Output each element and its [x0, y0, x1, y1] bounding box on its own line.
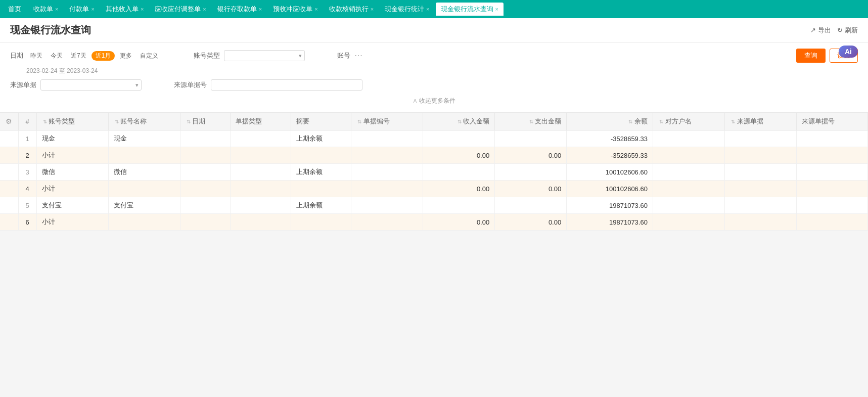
refresh-button[interactable]: ↻ 刷新	[837, 26, 858, 35]
th-summary[interactable]: 摘要	[291, 113, 351, 130]
table-row: 3微信微信上期余额100102606.60	[0, 164, 868, 181]
th-source-doc[interactable]: ⇅ 来源单据	[724, 113, 796, 130]
date-label: 日期	[10, 51, 23, 60]
th-balance[interactable]: ⇅ 余额	[567, 113, 653, 130]
nav-tab-7[interactable]: 现金银行统计 ×	[380, 3, 434, 16]
nav-home[interactable]: 首页	[2, 3, 27, 16]
sort-icon: ⇅	[731, 119, 735, 124]
td-account-type: 小计	[36, 214, 108, 231]
close-icon[interactable]: ×	[141, 6, 144, 12]
th-source-doc-no[interactable]: 来源单据号	[796, 113, 867, 130]
th-income[interactable]: ⇅ 收入金额	[423, 113, 495, 130]
td-balance: 19871073.60	[567, 197, 653, 214]
td-doc-type	[230, 197, 291, 214]
td-account-name: 支付宝	[108, 197, 180, 214]
td-counterpart	[653, 147, 724, 164]
search-button[interactable]: 查询	[796, 49, 826, 63]
th-account-type[interactable]: ⇅ 账号类型	[36, 113, 108, 130]
th-account-name[interactable]: ⇅ 账号名称	[108, 113, 180, 130]
nav-tab-5[interactable]: 预收冲应收单 ×	[268, 3, 323, 16]
th-date[interactable]: ⇅ 日期	[180, 113, 230, 130]
sort-icon: ⇅	[187, 119, 191, 124]
nav-tab-6[interactable]: 收款核销执行 ×	[324, 3, 379, 16]
close-icon[interactable]: ×	[426, 6, 429, 12]
source-doc-no-input[interactable]	[211, 79, 362, 91]
td-summary	[291, 181, 351, 197]
export-button[interactable]: ↗ 导出	[810, 26, 831, 35]
th-counterpart[interactable]: ⇅ 对方户名	[653, 113, 724, 130]
td-doc-type	[230, 147, 291, 164]
td-account-name	[108, 214, 180, 231]
td-num: 5	[18, 197, 36, 214]
date-btn-today[interactable]: 今天	[48, 51, 66, 61]
th-doc-type[interactable]: 单据类型	[230, 113, 291, 130]
nav-tab-1[interactable]: 付款单 ×	[64, 3, 99, 16]
td-doc-type	[230, 181, 291, 197]
td-source-doc	[724, 164, 796, 181]
nav-tab-2[interactable]: 其他收入单 ×	[101, 3, 149, 16]
close-icon[interactable]: ×	[314, 6, 317, 12]
account-type-filter: 账号类型	[194, 50, 305, 61]
ai-badge[interactable]: Ai	[839, 46, 858, 58]
td-account-name	[108, 147, 180, 164]
account-label: 账号	[337, 51, 350, 60]
source-doc-no-filter: 来源单据号	[174, 79, 362, 91]
source-doc-filter: 来源单据	[10, 79, 142, 91]
td-source-doc-no	[796, 164, 867, 181]
th-settings[interactable]: ⚙	[0, 113, 18, 130]
th-expense[interactable]: ⇅ 支出金额	[495, 113, 567, 130]
nav-tab-8[interactable]: 现金银行流水查询 ×	[436, 3, 504, 16]
td-doc-type	[230, 164, 291, 181]
source-doc-select[interactable]	[40, 79, 142, 91]
source-doc-select-wrapper	[40, 79, 142, 91]
td-doc-no	[351, 164, 423, 181]
sort-icon: ⇅	[43, 119, 47, 124]
td-doc-no	[351, 181, 423, 197]
td-summary	[291, 147, 351, 164]
nav-tab-0[interactable]: 收款单 ×	[28, 3, 63, 16]
account-type-label: 账号类型	[194, 51, 220, 60]
date-btn-7days[interactable]: 近7天	[68, 51, 89, 61]
td-account-name	[108, 181, 180, 197]
filter-row-1: 日期 昨天 今天 近7天 近1月 更多 自定义 账号类型 账号 ···	[10, 49, 858, 63]
filter-row-2: 来源单据 来源单据号	[10, 79, 858, 91]
account-more-btn[interactable]: ···	[354, 51, 362, 60]
date-btn-1month[interactable]: 近1月	[92, 51, 115, 61]
date-btn-custom[interactable]: 自定义	[137, 51, 161, 61]
nav-tab-4[interactable]: 银行存取款单 ×	[212, 3, 267, 16]
gear-icon[interactable]: ⚙	[6, 117, 12, 125]
sort-icon: ⇅	[628, 119, 632, 124]
td-source-doc	[724, 214, 796, 231]
td-num: 4	[18, 181, 36, 197]
collapse-bar[interactable]: ∧ 收起更多条件	[10, 95, 858, 108]
close-icon[interactable]: ×	[203, 6, 206, 12]
close-icon[interactable]: ×	[259, 6, 262, 12]
nav-tab-3[interactable]: 应收应付调整单 ×	[150, 3, 211, 16]
account-type-select[interactable]	[224, 50, 305, 61]
td-balance: 100102606.60	[567, 164, 653, 181]
td-summary: 上期余额	[291, 164, 351, 181]
date-btn-yesterday[interactable]: 昨天	[27, 51, 45, 61]
page-title: 现金银行流水查询	[10, 23, 91, 37]
close-icon[interactable]: ×	[371, 6, 374, 12]
td-doc-no	[351, 197, 423, 214]
td-income	[423, 197, 495, 214]
th-doc-no[interactable]: ⇅ 单据编号	[351, 113, 423, 130]
close-icon[interactable]: ×	[495, 6, 498, 12]
td-source-doc-no	[796, 130, 867, 147]
td-settings	[0, 197, 18, 214]
td-source-doc-no	[796, 181, 867, 197]
td-doc-no	[351, 214, 423, 231]
table-header-row: ⚙ # ⇅ 账号类型 ⇅ 账号名称 ⇅ 日期 单据类型 摘要 ⇅ 单据编号	[0, 113, 868, 130]
close-icon[interactable]: ×	[55, 6, 58, 12]
close-icon[interactable]: ×	[91, 6, 94, 12]
date-range-text: 2023-02-24 至 2023-03-24	[26, 67, 98, 74]
td-num: 6	[18, 214, 36, 231]
td-source-doc	[724, 130, 796, 147]
collapse-icon: ∧	[413, 97, 418, 104]
date-btn-more[interactable]: 更多	[117, 51, 135, 61]
td-num: 1	[18, 130, 36, 147]
td-balance: 19871073.60	[567, 214, 653, 231]
td-source-doc-no	[796, 214, 867, 231]
td-source-doc	[724, 147, 796, 164]
